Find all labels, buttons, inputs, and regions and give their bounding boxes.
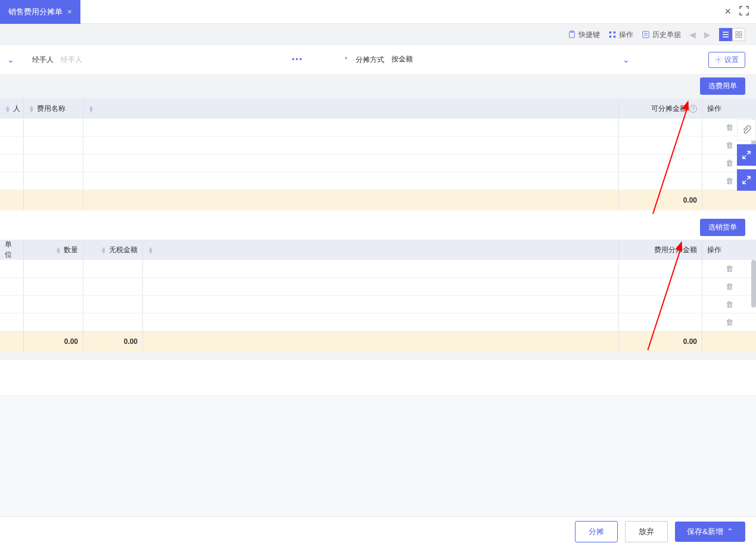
trash-icon[interactable]: 🗑	[726, 159, 733, 167]
table-row[interactable]: 🗑	[0, 278, 756, 296]
chevron-up-icon: ⌃	[727, 527, 733, 536]
handler-input[interactable]	[60, 53, 286, 67]
svg-rect-3	[614, 32, 616, 34]
table-row[interactable]: 🗑	[0, 314, 756, 331]
trash-icon[interactable]: 🗑	[726, 123, 733, 132]
handler-label: 经手人	[32, 55, 54, 65]
sales-table: 单位 ▲▼数量 ▲▼无税金额 ▲▼ 费用分摊金额 操作 🗑 🗑 🗑 🗑 0.00…	[0, 240, 756, 352]
settings-button[interactable]: 设置	[708, 52, 745, 68]
expense-section-header: 选费用单	[0, 74, 756, 98]
form-row: ⌄ 经手人 ••• * 分摊方式 ⌄ 设置	[0, 45, 756, 74]
chevron-down-icon[interactable]: ⌄	[623, 55, 630, 64]
method-input[interactable]	[390, 53, 617, 67]
footer-bar: 分摊 放弃 保存&新增 ⌃	[0, 516, 756, 546]
side-toolbar	[737, 119, 756, 191]
operate-link[interactable]: 操作	[608, 30, 633, 40]
trash-icon[interactable]: 🗑	[726, 141, 733, 150]
close-window-icon[interactable]: ×	[724, 5, 731, 18]
fullscreen-icon[interactable]	[739, 6, 749, 17]
col-supplier[interactable]: ▲▼人	[0, 98, 24, 119]
gear-icon	[715, 56, 722, 63]
next-icon[interactable]: ▶	[704, 30, 711, 39]
col-action: 操作	[702, 240, 756, 260]
col-name[interactable]: ▲▼费用名称	[24, 98, 83, 119]
sales-sum-row: 0.00 0.00 0.00	[0, 331, 756, 352]
history-link[interactable]: 历史单据	[642, 30, 681, 40]
trash-icon[interactable]: 🗑	[726, 318, 733, 327]
required-mark: *	[345, 55, 348, 64]
svg-point-11	[718, 59, 720, 61]
sum-qty: 0.00	[64, 337, 78, 346]
gap	[0, 352, 756, 360]
trash-icon[interactable]: 🗑	[726, 176, 733, 185]
toolbar: 快捷键 操作 历史单据 ◀ ▶	[0, 24, 756, 45]
col-unit[interactable]: 单位	[0, 240, 24, 260]
svg-rect-9	[736, 35, 738, 38]
col-alloc[interactable]: 费用分摊金额	[619, 240, 702, 260]
svg-rect-4	[609, 36, 612, 38]
col-spacer: ▲▼	[83, 98, 619, 119]
select-expense-button[interactable]: 选费用单	[700, 77, 745, 95]
shortcut-link[interactable]: 快捷键	[568, 30, 600, 40]
sum-alloc: 0.00	[683, 337, 697, 346]
svg-rect-7	[736, 32, 738, 34]
expand-icon[interactable]	[737, 144, 756, 166]
svg-rect-2	[609, 32, 612, 34]
card-view-button[interactable]	[732, 28, 745, 41]
attachment-icon[interactable]	[737, 119, 756, 141]
tab-bar: 销售费用分摊单 × ×	[0, 0, 756, 24]
col-qty[interactable]: ▲▼数量	[24, 240, 83, 260]
expense-sum-row: 0.00	[0, 190, 756, 210]
table-row[interactable]: 🗑	[0, 119, 756, 136]
table-row[interactable]: 🗑	[0, 154, 756, 172]
col-spacer: ▲▼	[143, 240, 619, 260]
sum-amount: 0.00	[683, 196, 697, 204]
select-sales-button[interactable]: 选销货单	[700, 219, 745, 236]
clipboard-icon	[568, 30, 576, 39]
discard-button[interactable]: 放弃	[625, 521, 668, 542]
allocate-button[interactable]: 分摊	[575, 521, 618, 542]
trash-icon[interactable]: 🗑	[726, 300, 733, 309]
table-row[interactable]: 🗑	[0, 296, 756, 314]
list-view-button[interactable]	[719, 28, 732, 41]
sales-tbody: 🗑 🗑 🗑 🗑	[0, 260, 756, 331]
expense-thead: ▲▼人 ▲▼费用名称 ▲▼ 可分摊金额? 操作	[0, 98, 756, 119]
close-icon[interactable]: ×	[67, 7, 72, 16]
chevron-down-icon[interactable]: ⌄	[7, 55, 14, 64]
expense-table: ▲▼人 ▲▼费用名称 ▲▼ 可分摊金额? 操作 🗑 🗑 🗑 🗑 0.00	[0, 98, 756, 210]
method-field: * 分摊方式 ⌄	[345, 53, 630, 67]
trash-icon[interactable]: 🗑	[726, 282, 733, 291]
col-notax[interactable]: ▲▼无税金额	[83, 240, 143, 260]
grid-icon	[608, 30, 617, 39]
svg-rect-6	[643, 32, 649, 38]
expand-icon-2[interactable]	[737, 169, 756, 191]
sales-thead: 单位 ▲▼数量 ▲▼无税金额 ▲▼ 费用分摊金额 操作	[0, 240, 756, 260]
table-row[interactable]: 🗑	[0, 260, 756, 278]
notes-area[interactable]	[0, 360, 756, 396]
info-icon[interactable]: ?	[689, 105, 697, 113]
table-row[interactable]: 🗑	[0, 136, 756, 154]
more-icon[interactable]: •••	[292, 55, 303, 64]
history-icon	[642, 30, 650, 39]
blank-area	[0, 396, 756, 521]
table-row[interactable]: 🗑	[0, 172, 756, 190]
svg-rect-5	[614, 36, 616, 38]
save-new-button[interactable]: 保存&新增 ⌃	[675, 522, 745, 542]
handler-field: 经手人 •••	[32, 53, 303, 67]
view-toggle	[719, 28, 745, 41]
prev-icon[interactable]: ◀	[689, 30, 696, 39]
svg-rect-10	[739, 35, 742, 38]
svg-rect-8	[739, 32, 742, 34]
tab-active[interactable]: 销售费用分摊单 ×	[0, 0, 80, 24]
trash-icon[interactable]: 🗑	[726, 264, 733, 273]
scrollbar[interactable]	[751, 260, 756, 308]
expense-tbody: 🗑 🗑 🗑 🗑	[0, 119, 756, 190]
sales-section-header: 选销货单	[0, 210, 756, 240]
tab-title: 销售费用分摊单	[8, 7, 63, 17]
method-label: 分摊方式	[356, 55, 384, 65]
col-action: 操作	[702, 98, 756, 119]
sum-notax: 0.00	[124, 337, 138, 346]
